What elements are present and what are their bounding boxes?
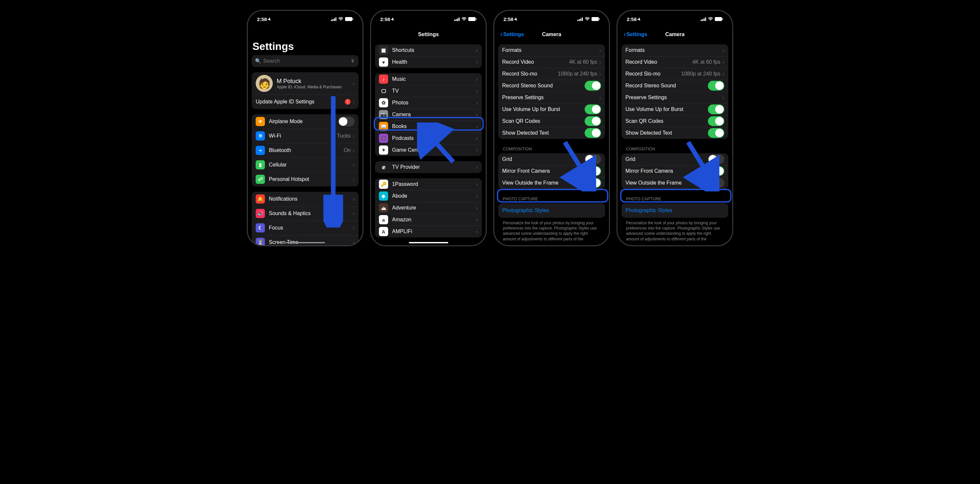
page-title: Settings xyxy=(252,40,358,52)
toggle-switch[interactable] xyxy=(585,105,601,114)
settings-row[interactable]: ♥Health› xyxy=(375,56,482,68)
mic-icon[interactable]: 🎙 xyxy=(351,59,355,64)
settings-row[interactable]: Use Volume Up for Burst xyxy=(622,103,728,115)
svg-rect-2 xyxy=(334,18,335,21)
settings-row[interactable]: Grid xyxy=(622,153,728,165)
settings-row[interactable]: View Outside the Frame xyxy=(498,177,605,189)
row-label: View Outside the Frame xyxy=(502,180,585,186)
chevron-right-icon: › xyxy=(476,59,478,65)
settings-row[interactable]: Record Slo-mo1080p at 240 fps› xyxy=(622,68,728,80)
dynamic-island xyxy=(533,14,571,25)
settings-row[interactable]: ☾Focus› xyxy=(252,221,358,235)
settings-row[interactable]: Preserve Settings› xyxy=(498,92,605,103)
toggle-switch[interactable] xyxy=(338,117,355,126)
row-label: Show Detected Text xyxy=(502,130,585,136)
settings-row[interactable]: ◆Abode› xyxy=(375,190,482,202)
settings-row[interactable]: Record Stereo Sound xyxy=(498,80,605,92)
settings-row[interactable]: 📖Books› xyxy=(375,121,482,132)
settings-row[interactable]: 🎧Podcasts› xyxy=(375,132,482,144)
settings-row[interactable]: Formats› xyxy=(622,44,728,56)
photographic-styles-row[interactable]: Photographic Styles xyxy=(498,203,605,218)
toggle-switch[interactable] xyxy=(708,154,724,164)
toggle-switch[interactable] xyxy=(585,128,601,138)
toggle-switch[interactable] xyxy=(708,81,724,90)
toggle-switch[interactable] xyxy=(585,154,601,164)
settings-row[interactable]: Record Video4K at 60 fps› xyxy=(498,56,605,68)
svg-rect-22 xyxy=(702,19,703,21)
settings-row[interactable]: 🔑1Password› xyxy=(375,178,482,190)
toggle-switch[interactable] xyxy=(708,178,724,188)
settings-row[interactable]: Grid xyxy=(498,153,605,165)
search-bar[interactable]: 🔍 🎙 xyxy=(252,55,358,67)
settings-row[interactable]: ⎚TV Provider› xyxy=(375,161,482,173)
notch xyxy=(406,11,452,21)
settings-row[interactable]: ✈︎Airplane Mode xyxy=(252,114,358,129)
settings-row[interactable]: 🔊Sounds & Haptics› xyxy=(252,206,358,221)
settings-row[interactable]: ▮Cellular› xyxy=(252,158,358,172)
photo-capture-header: PHOTO CAPTURE xyxy=(626,197,728,201)
settings-row[interactable]: 📷Camera› xyxy=(375,109,482,121)
chevron-right-icon: › xyxy=(353,99,355,105)
settings-row[interactable]: 🔔Notifications› xyxy=(252,192,358,206)
svg-rect-25 xyxy=(715,17,722,21)
row-label: Show Detected Text xyxy=(625,130,708,136)
camera-icon: 📷 xyxy=(379,110,388,119)
settings-row[interactable]: ☍Personal Hotspot› xyxy=(252,172,358,187)
settings-row[interactable]: ⏳Screen Time› xyxy=(252,235,358,245)
dynamic-island xyxy=(286,14,324,25)
settings-row[interactable]: ✿Photos› xyxy=(375,97,482,109)
settings-row[interactable]: Record Slo-mo1080p at 240 fps› xyxy=(498,68,605,80)
settings-row[interactable]: Record Stereo Sound xyxy=(622,80,728,92)
settings-row[interactable]: Use Volume Up for Burst xyxy=(498,103,605,115)
settings-row[interactable]: Record Video4K at 60 fps› xyxy=(622,56,728,68)
apple-id-row[interactable]: 🧑 M Potuck Apple ID, iCloud, Media & Pur… xyxy=(252,72,358,95)
settings-row[interactable]: AAMPLIFi› xyxy=(375,225,482,237)
settings-row[interactable]: Mirror Front Camera xyxy=(622,165,728,177)
row-detail: Tucks xyxy=(337,133,351,139)
chevron-right-icon: › xyxy=(476,229,478,235)
settings-row[interactable]: Show Detected Text xyxy=(498,127,605,139)
connectivity-group: ✈︎Airplane Mode⚞Wi-FiTucks›⌁BluetoothOn›… xyxy=(252,114,358,187)
settings-row[interactable]: Scan QR Codes xyxy=(622,115,728,127)
chevron-right-icon: › xyxy=(353,162,355,168)
hotspot-icon: ☍ xyxy=(256,175,265,184)
row-label: Record Stereo Sound xyxy=(502,83,585,89)
settings-row[interactable]: ♪Music› xyxy=(375,73,482,85)
settings-row[interactable]: ⌁BluetoothOn› xyxy=(252,143,358,158)
svg-rect-1 xyxy=(332,19,334,21)
settings-row[interactable]: ✦Game Center› xyxy=(375,144,482,156)
toggle-switch[interactable] xyxy=(708,128,724,138)
settings-row[interactable]: Mirror Front Camera xyxy=(498,165,605,177)
settings-row[interactable]: Formats› xyxy=(498,44,605,56)
row-detail: 1080p at 240 fps xyxy=(681,71,721,77)
adv-icon: ⛰ xyxy=(379,203,388,213)
toggle-switch[interactable] xyxy=(585,166,601,176)
back-button[interactable]: ‹Settings xyxy=(500,27,524,42)
settings-row[interactable]: Show Detected Text xyxy=(622,127,728,139)
settings-row[interactable]: ▦Shortcuts› xyxy=(375,44,482,56)
chevron-right-icon: › xyxy=(599,71,601,77)
update-apple-id-row[interactable]: Update Apple ID Settings 1 › xyxy=(252,95,358,109)
toggle-switch[interactable] xyxy=(708,166,724,176)
row-label: Health xyxy=(392,59,476,65)
search-input[interactable] xyxy=(263,58,349,64)
row-detail: 4K at 60 fps xyxy=(569,59,597,65)
toggle-switch[interactable] xyxy=(585,116,601,126)
row-label: Record Video xyxy=(502,59,569,65)
avatar: 🧑 xyxy=(256,75,273,92)
back-button[interactable]: ‹Settings xyxy=(624,27,647,42)
toggle-switch[interactable] xyxy=(585,178,601,188)
settings-row[interactable]: 🖵TV› xyxy=(375,85,482,97)
toggle-switch[interactable] xyxy=(708,116,724,126)
photographic-styles-row[interactable]: Photographic Styles xyxy=(622,203,728,218)
settings-row[interactable]: aAmazon› xyxy=(375,214,482,225)
settings-row[interactable]: Scan QR Codes xyxy=(498,115,605,127)
settings-row[interactable]: ⛰Adventure› xyxy=(375,202,482,214)
settings-row[interactable]: ⚞Wi-FiTucks› xyxy=(252,129,358,143)
toggle-switch[interactable] xyxy=(708,105,724,114)
chevron-right-icon: › xyxy=(353,196,355,202)
toggle-switch[interactable] xyxy=(585,81,601,90)
settings-row[interactable]: Preserve Settings› xyxy=(622,92,728,103)
settings-row[interactable]: View Outside the Frame xyxy=(622,177,728,189)
amp-icon: A xyxy=(379,227,388,236)
